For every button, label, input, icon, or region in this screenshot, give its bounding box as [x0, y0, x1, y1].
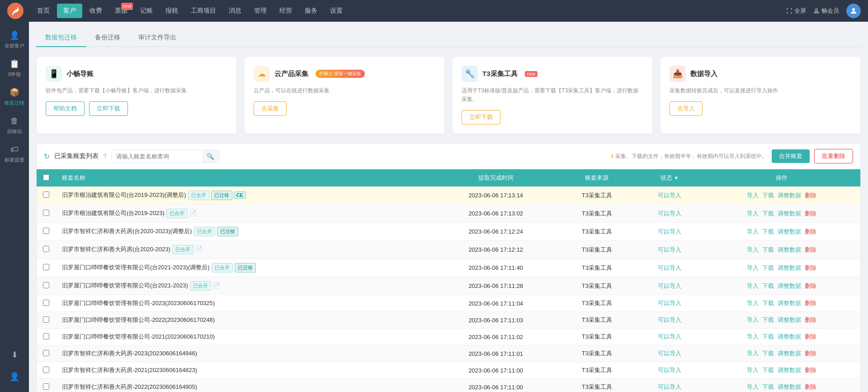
op-导入-6[interactable]: 导入	[747, 282, 759, 289]
tab-data-migrate[interactable]: 数据包迁移	[36, 29, 86, 47]
op-下载-9[interactable]: 下载	[762, 333, 774, 340]
op-调整数据-11[interactable]: 调整数据	[778, 367, 801, 373]
sidebar-item-tag-settings[interactable]: 🏷标签设置	[0, 139, 29, 168]
op-下载-12[interactable]: 下载	[762, 383, 774, 390]
op-导入-5[interactable]: 导入	[747, 264, 759, 271]
nav-item-operation[interactable]: 经营	[273, 0, 298, 22]
op-delete-12[interactable]: 删除	[805, 383, 816, 390]
search-input[interactable]	[112, 150, 202, 163]
op-delete-9[interactable]: 删除	[805, 333, 816, 340]
op-delete-3[interactable]: 删除	[805, 228, 816, 235]
row-checkbox-6[interactable]	[43, 282, 49, 288]
op-导入-9[interactable]: 导入	[747, 333, 759, 340]
nav-item-billing[interactable]: 收费	[83, 0, 108, 22]
nav-item-tax[interactable]: 报税	[159, 0, 184, 22]
op-delete-10[interactable]: 删除	[805, 350, 816, 357]
op-导入-1[interactable]: 导入	[747, 192, 759, 199]
file-icon[interactable]: 📄	[213, 282, 220, 289]
select-all-checkbox[interactable]	[43, 174, 49, 181]
op-调整数据-6[interactable]: 调整数据	[778, 282, 801, 289]
nav-item-invoice[interactable]: 票据new	[108, 0, 134, 22]
op-导入-3[interactable]: 导入	[747, 228, 759, 235]
op-delete-7[interactable]: 删除	[805, 300, 816, 306]
btn-download-now[interactable]: 立即下载	[89, 101, 128, 116]
op-delete-11[interactable]: 删除	[805, 367, 816, 373]
sidebar-item-recycle[interactable]: 🗑回收站	[0, 111, 29, 139]
op-下载-6[interactable]: 下载	[762, 282, 774, 289]
batch-delete-btn[interactable]: 批量删除	[814, 149, 853, 163]
op-下载-3[interactable]: 下载	[762, 228, 774, 235]
op-delete-6[interactable]: 删除	[805, 282, 816, 289]
btn-t3-download[interactable]: 立即下载	[462, 110, 500, 124]
col-header-4[interactable]: 状态 ▼	[637, 169, 703, 186]
nav-item-home[interactable]: 首页	[31, 0, 56, 22]
op-调整数据-7[interactable]: 调整数据	[778, 300, 801, 306]
nav-item-business[interactable]: 工商项目	[184, 0, 222, 22]
nav-item-message[interactable]: 消息	[222, 0, 248, 22]
btn-go-import[interactable]: 去导入	[670, 101, 703, 116]
nav-item-customer[interactable]: 客户	[57, 4, 82, 18]
nav-item-manage[interactable]: 管理	[248, 0, 273, 22]
op-delete-1[interactable]: 删除	[805, 192, 816, 199]
btn-go-collect[interactable]: 去采集	[254, 101, 287, 116]
op-下载-4[interactable]: 下载	[762, 246, 774, 253]
help-icon[interactable]: ?	[103, 153, 107, 160]
row-checkbox-12[interactable]	[43, 383, 49, 390]
row-checkbox-4[interactable]	[43, 246, 49, 252]
nav-item-service[interactable]: 服务	[298, 0, 324, 22]
op-下载-2[interactable]: 下载	[762, 210, 774, 217]
nav-item-accounting[interactable]: 记账	[134, 0, 159, 22]
search-button[interactable]: 🔍	[202, 150, 219, 163]
op-导入-12[interactable]: 导入	[747, 383, 759, 390]
sidebar-item-all-clients[interactable]: 👤全部客户	[0, 25, 29, 54]
op-调整数据-10[interactable]: 调整数据	[778, 350, 801, 357]
op-导入-8[interactable]: 导入	[747, 316, 759, 323]
op-调整数据-1[interactable]: 调整数据	[778, 192, 801, 199]
row-checkbox-9[interactable]	[43, 333, 49, 339]
op-调整数据-9[interactable]: 调整数据	[778, 333, 801, 340]
row-checkbox-8[interactable]	[43, 316, 49, 323]
op-调整数据-8[interactable]: 调整数据	[778, 316, 801, 323]
user-avatar[interactable]	[846, 4, 861, 18]
logo[interactable]	[7, 3, 24, 19]
tab-backup-migrate[interactable]: 备份迁移	[86, 29, 129, 47]
op-导入-4[interactable]: 导入	[747, 246, 759, 253]
op-下载-10[interactable]: 下载	[762, 350, 774, 357]
sidebar-item-account-migrate[interactable]: 📦账套迁移	[0, 82, 29, 111]
op-导入-7[interactable]: 导入	[747, 300, 759, 306]
row-checkbox-5[interactable]	[43, 264, 49, 270]
row-checkbox-10[interactable]	[43, 350, 49, 356]
op-调整数据-4[interactable]: 调整数据	[778, 246, 801, 253]
refresh-icon[interactable]: ↻	[44, 152, 50, 161]
op-导入-10[interactable]: 导入	[747, 350, 759, 357]
row-checkbox-3[interactable]	[43, 228, 49, 234]
op-调整数据-12[interactable]: 调整数据	[778, 383, 801, 390]
op-delete-5[interactable]: 删除	[805, 264, 816, 271]
sidebar-item-download[interactable]: ⬇	[9, 345, 20, 367]
op-调整数据-3[interactable]: 调整数据	[778, 228, 801, 235]
row-checkbox-7[interactable]	[43, 300, 49, 306]
op-delete-8[interactable]: 删除	[805, 316, 816, 323]
op-下载-5[interactable]: 下载	[762, 264, 774, 271]
file-icon[interactable]: 📄	[189, 210, 197, 216]
fullscreen-btn[interactable]: 全屏	[786, 7, 806, 15]
op-下载-7[interactable]: 下载	[762, 300, 774, 306]
nav-item-settings[interactable]: 设置	[324, 0, 349, 22]
member-btn[interactable]: 畅会员	[813, 7, 839, 15]
row-checkbox-1[interactable]	[43, 191, 49, 198]
btn-help-doc[interactable]: 帮助文档	[46, 101, 85, 116]
op-调整数据-2[interactable]: 调整数据	[778, 210, 801, 217]
file-icon[interactable]: 📄	[195, 246, 203, 253]
op-delete-2[interactable]: 删除	[805, 210, 816, 217]
tab-audit-export[interactable]: 审计文件导出	[129, 29, 185, 47]
op-下载-8[interactable]: 下载	[762, 316, 774, 323]
op-导入-11[interactable]: 导入	[747, 367, 759, 373]
op-导入-2[interactable]: 导入	[747, 210, 759, 217]
op-delete-4[interactable]: 删除	[805, 246, 816, 253]
row-checkbox-2[interactable]	[43, 210, 49, 216]
op-下载-11[interactable]: 下载	[762, 367, 774, 373]
row-checkbox-11[interactable]	[43, 367, 49, 373]
merge-btn[interactable]: 合并账套	[772, 149, 810, 163]
sidebar-item-zero-report[interactable]: 📋0申报	[0, 54, 29, 82]
sidebar-item-user[interactable]: 👤	[9, 367, 20, 388]
